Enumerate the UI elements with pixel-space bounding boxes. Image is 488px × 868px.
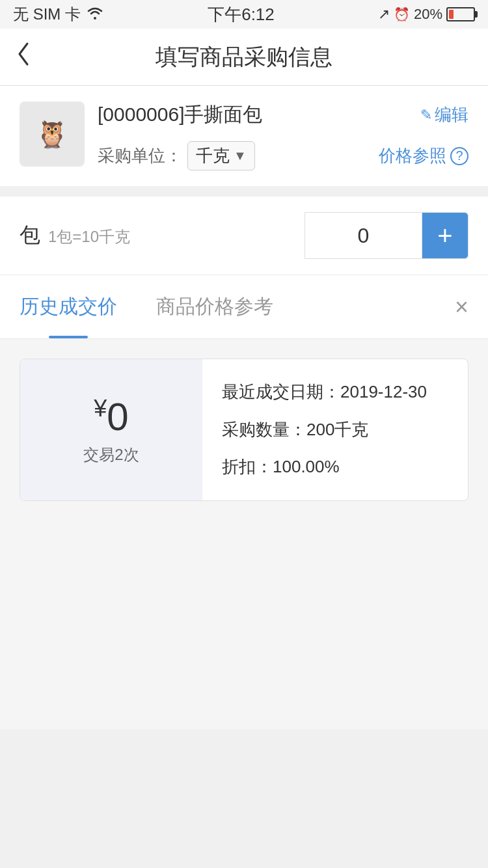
status-icons: ↗ ⏰ 20% xyxy=(378,6,475,23)
back-button[interactable] xyxy=(16,41,31,73)
location-icon: ↗ xyxy=(378,6,390,23)
tab-history-label: 历史成交价 xyxy=(20,295,117,317)
quantity-control: 0 + xyxy=(305,212,468,259)
discount-value: 100.00% xyxy=(273,457,340,476)
question-icon: ? xyxy=(455,148,463,163)
chevron-down-icon: ▼ xyxy=(234,148,247,163)
carrier-text: 无 SIM 卡 xyxy=(13,4,81,25)
product-info: [0000006]手撕面包 ✎ 编辑 采购单位： 千克 ▼ 价格参照 xyxy=(98,102,468,170)
unit-value: 千克 xyxy=(196,144,230,167)
status-bar: 无 SIM 卡 下午6:12 ↗ ⏰ 20% xyxy=(0,0,488,29)
price-amount: ¥0 xyxy=(94,394,128,439)
quantity-value: 0 xyxy=(358,224,370,248)
alarm-icon: ⏰ xyxy=(394,7,410,22)
plus-icon: + xyxy=(437,221,452,251)
price-details: 最近成交日期：2019-12-30 采购数量：200千克 折扣：100.00% xyxy=(202,359,468,500)
tab-history-price[interactable]: 历史成交价 xyxy=(20,275,117,338)
price-number: 0 xyxy=(107,395,128,439)
quantity-label: 采购数量： xyxy=(222,420,306,439)
discount-label: 折扣： xyxy=(222,457,273,476)
price-quantity-row: 采购数量：200千克 xyxy=(222,416,448,444)
currency-symbol: ¥ xyxy=(94,395,107,422)
quantity-detail-value: 200千克 xyxy=(306,420,368,439)
wifi-icon xyxy=(86,5,104,23)
tab-price-ref[interactable]: 商品价格参考 xyxy=(156,275,273,338)
product-name: [0000006]手撕面包 xyxy=(98,102,262,128)
nav-bar: 填写商品采购信息 xyxy=(0,29,488,86)
price-discount-row: 折扣：100.00% xyxy=(222,454,448,481)
price-date-row: 最近成交日期：2019-12-30 xyxy=(222,379,448,406)
quantity-plus-button[interactable]: + xyxy=(422,212,468,259)
unit-selector[interactable]: 千克 ▼ xyxy=(187,141,255,170)
price-summary: ¥0 交易2次 xyxy=(20,359,202,500)
quantity-hint: 1包=10千克 xyxy=(48,226,130,247)
section-divider xyxy=(0,186,488,197)
battery-percent: 20% xyxy=(414,6,442,23)
edit-icon: ✎ xyxy=(420,107,432,124)
status-time: 下午6:12 xyxy=(208,3,275,26)
price-trades: 交易2次 xyxy=(83,444,139,465)
tabs-group: 历史成交价 商品价格参考 xyxy=(20,275,273,338)
edit-button[interactable]: ✎ 编辑 xyxy=(420,103,468,126)
close-icon: × xyxy=(455,293,468,320)
tabs-container: 历史成交价 商品价格参考 × xyxy=(0,275,488,339)
price-ref-button[interactable]: 价格参照 ? xyxy=(379,144,468,167)
tab-close-button[interactable]: × xyxy=(455,293,468,321)
battery-icon xyxy=(446,7,475,21)
product-card: 🦉 [0000006]手撕面包 ✎ 编辑 采购单位： 千克 ▼ xyxy=(0,86,488,186)
price-ref-icon: ? xyxy=(450,147,468,165)
price-card: ¥0 交易2次 最近成交日期：2019-12-30 采购数量：200千克 折扣：… xyxy=(20,359,468,501)
product-thumbnail: 🦉 xyxy=(20,102,85,167)
date-label: 最近成交日期： xyxy=(222,382,340,401)
content-area: ¥0 交易2次 最近成交日期：2019-12-30 采购数量：200千克 折扣：… xyxy=(0,339,488,729)
unit-label: 采购单位： xyxy=(98,144,182,167)
quantity-input[interactable]: 0 xyxy=(305,212,422,259)
page-title: 填写商品采购信息 xyxy=(156,42,332,72)
status-carrier: 无 SIM 卡 xyxy=(13,4,104,25)
date-value: 2019-12-30 xyxy=(340,382,427,401)
quantity-row: 包 1包=10千克 0 + xyxy=(0,197,488,275)
edit-label: 编辑 xyxy=(435,103,468,126)
tab-price-ref-label: 商品价格参考 xyxy=(156,295,273,317)
product-logo: 🦉 xyxy=(36,119,68,150)
price-ref-label: 价格参照 xyxy=(379,144,446,167)
quantity-unit: 包 xyxy=(20,221,40,250)
